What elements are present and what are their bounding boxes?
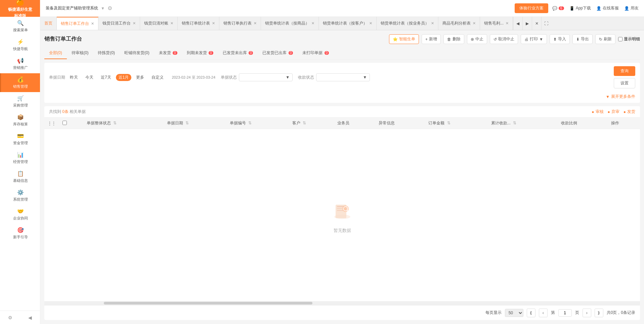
date-custom-btn[interactable]: 自定义 — [149, 74, 166, 81]
tab-close-sales-customer[interactable]: ✕ — [369, 21, 372, 26]
table-scroll[interactable]: ⋮⋮ 单据整体状态 ⇅ 单据日期 ⇅ 单据编号 — [44, 118, 640, 129]
sub-tab-not-shipped[interactable]: 未发货 0 — [154, 47, 182, 59]
tab-product-margin[interactable]: 商品毛利分析表 ✕ — [438, 17, 480, 30]
payment-select[interactable]: ▼ — [316, 73, 370, 81]
system-dropdown-icon[interactable]: ▼ — [101, 6, 105, 11]
date-yesterday-btn[interactable]: 昨天 — [67, 74, 81, 81]
horizontal-scrollbar[interactable] — [44, 301, 640, 305]
tab-fullscreen-btn[interactable]: ⛶ — [541, 17, 551, 30]
sub-tab-all[interactable]: 全部(0) — [44, 47, 67, 59]
tab-cash-reconcile[interactable]: 钱货日清对账 ✕ — [140, 17, 178, 30]
th-amount[interactable]: 订单金额 ⇅ — [425, 118, 488, 129]
tab-sales-margin[interactable]: 销售毛利... ✕ — [480, 17, 513, 30]
tab-prev-btn[interactable]: ◀ — [513, 17, 522, 30]
page-prev-btn[interactable]: ‹ — [539, 309, 548, 317]
sub-tab-shipped-not-warehoused[interactable]: 已发货未出库 0 — [218, 47, 258, 59]
sub-tab-pending-pick[interactable]: 待拣货(0) — [93, 47, 120, 59]
user-action[interactable]: 👤 用友 — [624, 5, 639, 11]
show-detail-checkbox[interactable] — [618, 37, 622, 41]
tab-home[interactable]: 首页 — [40, 17, 57, 30]
sub-tab-shipped-warehoused[interactable]: 已发货已出库 0 — [258, 47, 298, 59]
empty-illustration — [329, 197, 356, 224]
app-download-action[interactable]: 📱 App下载 — [569, 5, 591, 11]
page-size-select[interactable]: 50 10 20 100 — [505, 309, 523, 317]
date-today-btn[interactable]: 今天 — [83, 74, 96, 81]
tab-sales-product[interactable]: 销货单统计表（按商品） ✕ — [261, 17, 319, 30]
th-checkbox-all[interactable] — [59, 118, 83, 129]
sidebar-item-finance[interactable]: 💳 资金管理 — [0, 130, 40, 149]
page-last-btn[interactable]: ⟫ — [595, 309, 603, 317]
settings-header-icon[interactable]: ⚙ — [108, 5, 112, 11]
tab-sales-exec[interactable]: 销售订单执行表 ✕ — [219, 17, 261, 30]
review-btn[interactable]: ● 审核 — [592, 109, 603, 115]
stop-btn[interactable]: ⊗ 中止 — [467, 34, 487, 44]
tab-close-sales-product[interactable]: ✕ — [311, 21, 314, 26]
import-btn[interactable]: ⬆ 导入 — [550, 34, 570, 44]
unreviewed-btn[interactable]: ● 弃审 — [608, 109, 619, 115]
set-btn[interactable]: 设置 — [614, 78, 635, 88]
search-icon: 🔍 — [17, 20, 24, 26]
tab-sales-stats[interactable]: 销售订单统计表 ✕ — [178, 17, 219, 30]
sub-tab-not-printed[interactable]: 未打印单据 0 — [298, 47, 334, 59]
tab-sales-customer[interactable]: 销货单统计表（按客户） ✕ — [319, 17, 377, 30]
sub-tab-wangpu[interactable]: 旺铺待发货(0) — [120, 47, 154, 59]
message-badge: 6 — [559, 6, 564, 10]
query-btn[interactable]: 查询 — [614, 66, 635, 76]
settings-icon[interactable]: ⚙ — [8, 315, 12, 320]
th-collected[interactable]: 累计收款... ⇅ — [488, 118, 558, 129]
select-all-checkbox[interactable] — [62, 121, 67, 125]
expand-filter-btn[interactable]: ▼ 展开更多条件 — [606, 94, 635, 99]
page-first-btn[interactable]: ⟪ — [527, 309, 535, 317]
tab-cash-daily[interactable]: 钱货日清工作台 ✕ — [98, 17, 140, 30]
tab-sales-order-workbench[interactable]: 销售订单工作台 ✕ — [57, 17, 98, 30]
tab-close-sales-salesman[interactable]: ✕ — [431, 21, 434, 26]
sidebar-item-search[interactable]: 🔍 搜索菜单 — [0, 17, 40, 36]
sidebar-item-guide[interactable]: 🎯 新手引导 — [0, 224, 40, 243]
tab-close-sales-stats[interactable]: ✕ — [212, 21, 215, 26]
scrollbar-thumb[interactable] — [104, 302, 312, 305]
tab-close-cash-daily[interactable]: ✕ — [133, 21, 136, 26]
sub-tab-pending-review[interactable]: 待审核(0) — [67, 47, 93, 59]
date-more-btn[interactable]: 更多 — [133, 74, 147, 81]
print-btn[interactable]: 🖨 打印 ▼ — [521, 34, 547, 44]
export-btn[interactable]: ⬇ 导出 — [572, 34, 593, 44]
cancel-stop-btn[interactable]: ↺ 取消中止 — [490, 34, 518, 44]
date-1month-btn[interactable]: 近1月 — [116, 74, 132, 81]
refresh-btn[interactable]: ↻ 刷新 — [595, 34, 615, 44]
tab-close-sales-order[interactable]: ✕ — [91, 22, 94, 26]
online-service-action[interactable]: 👤 在线客服 — [596, 5, 619, 11]
message-action[interactable]: 💬 6 — [552, 6, 564, 11]
th-number[interactable]: 单据编号 ⇅ — [226, 118, 289, 129]
tab-close-cash-reconcile[interactable]: ✕ — [170, 21, 173, 26]
tab-close-sales-margin[interactable]: ✕ — [506, 21, 509, 26]
trial-btn[interactable]: 体验行业方案 — [515, 3, 548, 13]
sidebar-item-basic[interactable]: 📋 基础信息 — [0, 167, 40, 186]
sidebar-item-cooperation[interactable]: 🤝 企业协同 — [0, 205, 40, 224]
tab-close-product-margin[interactable]: ✕ — [473, 21, 476, 26]
sidebar-item-purchase[interactable]: 🛒 采购管理 — [0, 92, 40, 111]
status-select[interactable]: ▼ — [239, 73, 293, 81]
page-next-btn[interactable]: › — [583, 309, 591, 317]
tab-close-all-btn[interactable]: ✕ — [532, 17, 541, 30]
sidebar-item-system[interactable]: ⚙️ 系统管理 — [0, 186, 40, 205]
page-input[interactable] — [558, 309, 572, 317]
new-btn[interactable]: + 新增 — [422, 34, 441, 44]
tab-close-sales-exec[interactable]: ✕ — [254, 21, 257, 26]
tab-sales-salesman[interactable]: 销货单统计表（按业务员） ✕ — [377, 17, 438, 30]
tab-next-btn[interactable]: ▶ — [522, 17, 532, 30]
sidebar-item-inventory[interactable]: 📦 库存核算 — [0, 111, 40, 130]
sidebar-item-quick[interactable]: ⚡ 快捷导航 — [0, 36, 40, 54]
th-status[interactable]: 单据整体状态 ⇅ — [83, 118, 164, 129]
show-detail-label[interactable]: 显示明细 — [618, 36, 640, 42]
th-customer[interactable]: 客户 ⇅ — [289, 118, 334, 129]
ship-btn[interactable]: ● 发货 — [624, 109, 635, 115]
sidebar-item-sales[interactable]: 💰 销售管理 — [0, 73, 40, 92]
th-date[interactable]: 单据日期 ⇅ — [164, 118, 226, 129]
collapse-icon[interactable]: ◀ — [28, 315, 32, 320]
sidebar-item-operation[interactable]: 📊 经营管理 — [0, 149, 40, 167]
sidebar-item-marketing[interactable]: 📢 营销推广 — [0, 54, 40, 73]
smart-create-btn[interactable]: ⭐ 智能生单 — [389, 34, 419, 44]
delete-btn[interactable]: 🗑 删除 — [443, 34, 464, 44]
sub-tab-overdue-not-shipped[interactable]: 到期未发货 0 — [182, 47, 218, 59]
date-7days-btn[interactable]: 近7天 — [98, 74, 114, 81]
